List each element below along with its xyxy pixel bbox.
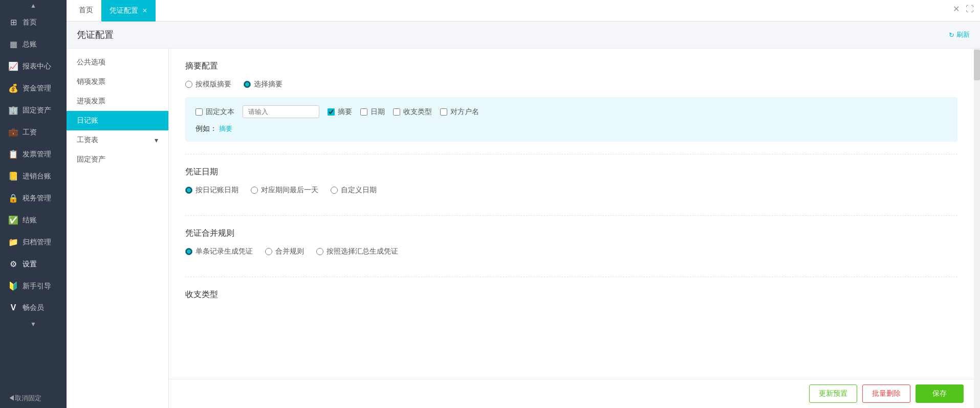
sidebar-item-sales-ledger[interactable]: 📒 进销台账 [0, 165, 67, 187]
date-option-journal-label: 按日记账日期 [195, 186, 238, 195]
sidebar: ▲ ⊞ 首页 ▦ 总账 📈 报表中心 💰 资金管理 🏢 固定资产 💼 工资 📋 … [0, 0, 67, 408]
fixed-text-input[interactable] [243, 105, 319, 118]
summary-mode-template-radio[interactable] [185, 81, 192, 88]
example-prefix: 例如： [195, 124, 217, 132]
field-summary-label: 摘要 [338, 107, 352, 117]
scroll-up[interactable]: ▲ [0, 0, 67, 11]
guide-icon: 🔰 [8, 281, 18, 291]
date-option-period-last[interactable]: 对应期间最后一天 [251, 186, 318, 195]
unpin-label: ◀取消固定 [8, 394, 41, 403]
payment-type-section: 收支类型 [185, 289, 957, 321]
invoice-mgmt-icon: 📋 [8, 149, 18, 159]
nav-label-purchase-invoice: 进项发票 [77, 97, 105, 106]
content-wrapper: 摘要配置 按模版摘要 选择摘要 [169, 49, 974, 408]
sidebar-item-reports[interactable]: 📈 报表中心 [0, 55, 67, 77]
nav-item-wage-table[interactable]: 工资表 ▾ [67, 130, 168, 150]
tab-voucher-config-label: 凭证配置 [110, 6, 138, 15]
refresh-label: 刷新 [956, 30, 970, 39]
nav-item-purchase-invoice[interactable]: 进项发票 [67, 92, 168, 111]
sidebar-item-ledger[interactable]: ▦ 总账 [0, 33, 67, 55]
field-counterpart-label: 对方户名 [450, 107, 479, 117]
nav-item-sales-invoice[interactable]: 销项发票 [67, 72, 168, 92]
payment-type-section-title: 收支类型 [185, 289, 957, 300]
summary-example-row: 例如： 摘要 [195, 124, 947, 133]
nav-item-public[interactable]: 公共选项 [67, 53, 168, 72]
summary-mode-select[interactable]: 选择摘要 [244, 80, 282, 89]
maximize-window-button[interactable]: ⛶ [966, 5, 974, 14]
field-counterpart[interactable]: 对方户名 [440, 107, 479, 117]
summary-mode-select-radio[interactable] [244, 81, 251, 88]
close-window-button[interactable]: ✕ [953, 4, 960, 14]
sidebar-label-funds: 资金管理 [23, 84, 51, 93]
tab-voucher-config[interactable]: 凭证配置 ✕ [101, 0, 156, 21]
vip-icon: V [8, 303, 18, 312]
sales-ledger-icon: 📒 [8, 171, 18, 181]
date-option-custom[interactable]: 自定义日期 [331, 186, 377, 195]
tab-close-icon[interactable]: ✕ [142, 7, 147, 14]
scrollbar-thumb[interactable] [974, 50, 980, 80]
merge-section-title: 凭证合并规则 [185, 228, 957, 239]
sidebar-item-funds[interactable]: 💰 资金管理 [0, 77, 67, 99]
sidebar-item-wages[interactable]: 💼 工资 [0, 121, 67, 143]
refresh-icon: ↻ [949, 31, 954, 39]
field-payment-type-checkbox[interactable] [393, 108, 400, 116]
wages-icon: 💼 [8, 127, 18, 137]
home-icon: ⊞ [8, 17, 18, 27]
sidebar-item-tax[interactable]: 🔒 税务管理 [0, 187, 67, 209]
save-button[interactable]: 保存 [916, 384, 964, 403]
sidebar-label-settings: 设置 [23, 260, 37, 269]
field-fixed-text-checkbox[interactable] [195, 108, 203, 116]
sidebar-item-invoice-mgmt[interactable]: 📋 发票管理 [0, 143, 67, 165]
field-payment-type[interactable]: 收支类型 [393, 107, 432, 117]
archive-icon: 📁 [8, 237, 18, 247]
update-preset-button[interactable]: 更新预置 [809, 384, 857, 403]
date-option-custom-radio[interactable] [331, 187, 338, 194]
field-counterpart-checkbox[interactable] [440, 108, 447, 116]
sidebar-item-archive[interactable]: 📁 归档管理 [0, 231, 67, 253]
bottom-action-bar: 更新预置 批量删除 保存 [169, 379, 974, 408]
tab-home[interactable]: 首页 [71, 0, 101, 21]
tab-bar: 首页 凭证配置 ✕ ✕ ⛶ [67, 0, 980, 21]
date-option-journal-radio[interactable] [185, 187, 192, 194]
unpin-button[interactable]: ◀取消固定 [0, 389, 67, 408]
scroll-down[interactable]: ▼ [0, 319, 67, 330]
summary-mode-template[interactable]: 按模版摘要 [185, 80, 231, 89]
merge-option-rule[interactable]: 合并规则 [265, 247, 304, 256]
summary-fields-row: 固定文本 摘要 日期 [195, 105, 947, 118]
merge-option-single-radio[interactable] [185, 248, 192, 255]
date-options-group: 按日记账日期 对应期间最后一天 自定义日期 [185, 186, 957, 195]
summary-mode-template-label: 按模版摘要 [195, 80, 231, 89]
field-summary-checkbox[interactable] [328, 108, 335, 116]
sidebar-item-closing[interactable]: ✅ 结账 [0, 209, 67, 231]
right-content: 摘要配置 按模版摘要 选择摘要 [169, 49, 974, 379]
nav-item-journal[interactable]: 日记账 [67, 111, 168, 130]
chevron-down-icon: ▾ [155, 136, 158, 144]
sidebar-item-settings[interactable]: ⚙ 设置 [0, 253, 67, 275]
merge-option-rule-radio[interactable] [265, 248, 272, 255]
vertical-scrollbar[interactable] [974, 49, 980, 408]
field-date-label: 日期 [371, 107, 385, 117]
field-fixed-text[interactable]: 固定文本 [195, 107, 234, 117]
batch-delete-button[interactable]: 批量删除 [862, 384, 910, 403]
field-date-checkbox[interactable] [360, 108, 367, 116]
merge-option-select-summary-radio[interactable] [316, 248, 323, 255]
refresh-button[interactable]: ↻ 刷新 [949, 30, 970, 39]
merge-option-single[interactable]: 单条记录生成凭证 [185, 247, 253, 256]
nav-label-wage-table: 工资表 [77, 135, 98, 145]
sidebar-item-vip[interactable]: V 畅会员 [0, 297, 67, 319]
nav-item-fixed-assets[interactable]: 固定资产 [67, 150, 168, 169]
date-option-period-last-radio[interactable] [251, 187, 258, 194]
date-option-journal[interactable]: 按日记账日期 [185, 186, 238, 195]
sidebar-item-assets[interactable]: 🏢 固定资产 [0, 99, 67, 121]
sidebar-label-archive: 归档管理 [23, 238, 51, 247]
merge-option-select-summary-label: 按照选择汇总生成凭证 [326, 247, 398, 256]
sidebar-label-ledger: 总账 [23, 40, 37, 49]
sidebar-item-home[interactable]: ⊞ 首页 [0, 11, 67, 33]
field-summary[interactable]: 摘要 [328, 107, 352, 117]
merge-option-select-summary[interactable]: 按照选择汇总生成凭证 [316, 247, 398, 256]
summary-section: 摘要配置 按模版摘要 选择摘要 [185, 61, 957, 154]
sidebar-label-wages: 工资 [23, 128, 37, 137]
field-date[interactable]: 日期 [360, 107, 385, 117]
page-header: 凭证配置 ↻ 刷新 [67, 21, 980, 49]
sidebar-item-guide[interactable]: 🔰 新手引导 [0, 275, 67, 297]
